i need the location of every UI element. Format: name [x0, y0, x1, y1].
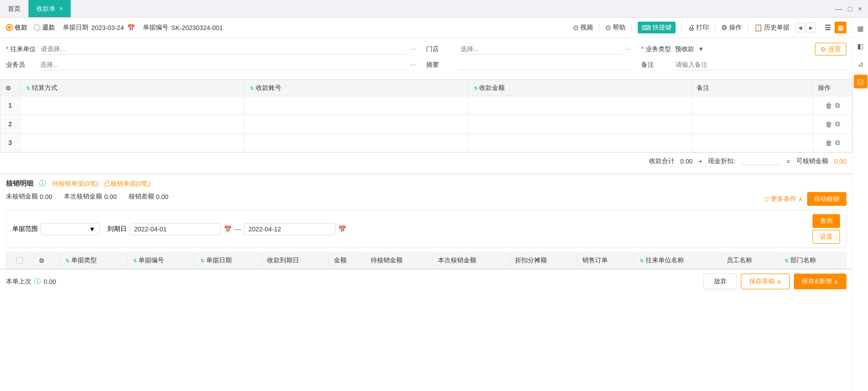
date-from-input[interactable]: [130, 223, 221, 235]
auto-reconcile-btn[interactable]: 自动核销: [807, 192, 846, 206]
sort-doc-date[interactable]: ⇅: [200, 258, 204, 263]
shortcut-btn[interactable]: ⌨ 快捷键: [638, 22, 676, 33]
operation-label: 操作: [729, 23, 742, 32]
store-input[interactable]: [459, 44, 622, 55]
staff-label: 业务员: [6, 60, 35, 69]
sidebar-icon-2[interactable]: ◧: [854, 39, 868, 53]
sort-doc-type[interactable]: ⇅: [65, 258, 69, 263]
sidebar-icon-4[interactable]: ◱: [854, 75, 868, 88]
save-draft-btn[interactable]: 保存草稿 ∧: [741, 274, 790, 289]
date-value[interactable]: 2023-03-24: [91, 24, 124, 31]
receivable-value: 0.00: [834, 158, 846, 165]
th-setting[interactable]: ⚙: [0, 80, 20, 96]
operation-action[interactable]: ⚙ 操作: [721, 23, 742, 32]
tab-home[interactable]: 首页: [0, 0, 28, 17]
th-setting-col[interactable]: ⚙: [33, 252, 59, 269]
partner-more-icon[interactable]: ···: [410, 45, 416, 54]
toolbar: 收款 退款 单据日期 2023-03-24 📅 单据编号 SK-20230324…: [0, 18, 852, 38]
data-table: ⚙ ⇅ 结算方式 ⇅ 收款账号 ⇅ 收款金额 备注: [0, 80, 852, 152]
store-more-icon[interactable]: ···: [625, 45, 631, 54]
done-tab[interactable]: 已核销单据(0笔): [104, 179, 150, 188]
save-new-btn[interactable]: 保存&新增 ∧: [794, 274, 846, 289]
staff-more-icon[interactable]: ···: [410, 60, 416, 69]
setting-btn[interactable]: ⚙ 设置: [815, 43, 846, 56]
summary-input[interactable]: [459, 59, 631, 70]
note-input[interactable]: [674, 59, 846, 70]
sidebar-icon-3[interactable]: ⊿: [854, 57, 868, 71]
query-btn[interactable]: 查询: [813, 214, 840, 228]
row3-copy-icon[interactable]: ⧉: [835, 139, 840, 147]
footer: 本单上次 ⓘ 0.00 放弃 保存草稿 ∧ 保存&新增 ∧: [0, 269, 852, 293]
partner-input[interactable]: [39, 44, 407, 55]
row2-settle[interactable]: [20, 115, 244, 134]
row3-note[interactable]: [691, 134, 813, 152]
row2-action-icons: 🗑 ⧉: [818, 120, 847, 128]
row2-copy-icon[interactable]: ⧉: [835, 120, 840, 128]
range-select[interactable]: ▼: [41, 223, 100, 235]
row3-delete-icon[interactable]: 🗑: [825, 139, 832, 147]
sidebar-icon-1[interactable]: ▦: [854, 22, 868, 35]
select-all-checkbox[interactable]: [16, 257, 23, 264]
current-label: 本次核销金额: [64, 192, 102, 201]
close-icon[interactable]: ×: [856, 4, 864, 14]
tab-active[interactable]: 收款单 ×: [28, 0, 71, 17]
number-value[interactable]: SK-20230324-001: [171, 24, 223, 31]
row1-account[interactable]: [244, 96, 467, 115]
cal-to-icon[interactable]: 📅: [338, 225, 346, 233]
recon-info-icon[interactable]: ⓘ: [39, 179, 46, 188]
nav-prev[interactable]: ◀: [795, 23, 805, 32]
sort-icon[interactable]: ⇅: [26, 85, 30, 91]
discard-btn[interactable]: 放弃: [704, 274, 737, 289]
list-view-icon[interactable]: ☰: [822, 22, 834, 33]
video-action[interactable]: ⊙ 视频: [573, 23, 593, 32]
print-label: 打印: [696, 23, 709, 32]
filter-btn[interactable]: ▽ 更多条件 ∧: [764, 195, 803, 203]
setting-small-btn[interactable]: 设置: [813, 230, 840, 244]
select-all[interactable]: [11, 257, 28, 264]
th-doc-date: ⇅ 单据日期: [194, 252, 262, 269]
cal-from-icon[interactable]: 📅: [224, 225, 232, 233]
discount-label: 现金折扣:: [708, 157, 735, 166]
footer-info-icon[interactable]: ⓘ: [34, 277, 41, 286]
row3-amount[interactable]: [467, 134, 691, 152]
nav-next[interactable]: ▶: [806, 23, 816, 32]
sort-amount-icon[interactable]: ⇅: [474, 85, 478, 91]
radio-receive[interactable]: 收款: [6, 23, 27, 32]
pending-tab[interactable]: 待核销单据(0笔): [52, 179, 98, 188]
sort-partner[interactable]: ⇅: [640, 258, 644, 263]
row3-settle[interactable]: [20, 134, 244, 152]
row2-amount[interactable]: [467, 115, 691, 134]
row1-amount[interactable]: [467, 96, 691, 115]
sort-doc-num[interactable]: ⇅: [133, 258, 137, 263]
row1-note[interactable]: [691, 96, 813, 115]
row1-delete-icon[interactable]: 🗑: [825, 102, 832, 110]
staff-input[interactable]: [38, 59, 407, 70]
tab-active-label: 收款单: [36, 4, 55, 13]
row3-account[interactable]: [244, 134, 467, 152]
minimize-icon[interactable]: —: [833, 4, 844, 14]
discount-input[interactable]: [741, 157, 781, 165]
history-action[interactable]: 📋 历史单据: [754, 23, 789, 32]
save-draft-arrow: ∧: [777, 278, 782, 285]
shortcut-label: 快捷键: [652, 23, 672, 32]
row2-account[interactable]: [244, 115, 467, 134]
row1-copy-icon[interactable]: ⧉: [835, 101, 840, 110]
print-action[interactable]: 🖨 打印: [688, 23, 709, 32]
divider4: [715, 24, 715, 31]
help-action[interactable]: ⊙ 帮助: [605, 23, 625, 32]
maximize-icon[interactable]: □: [846, 4, 854, 14]
tab-close-icon[interactable]: ×: [59, 5, 63, 12]
help-label: 帮助: [613, 23, 625, 32]
row2-note[interactable]: [691, 115, 813, 134]
summary-row: 收款合计 0.00 + 现金折扣: = 可核销金额 0.00: [0, 152, 852, 169]
sort-dept[interactable]: ⇅: [785, 258, 788, 263]
date-to-input[interactable]: [244, 223, 335, 235]
radio-return[interactable]: 退款: [33, 23, 55, 32]
type-dropdown-icon[interactable]: ▼: [698, 46, 704, 53]
row2-delete-icon[interactable]: 🗑: [825, 120, 832, 128]
row1-settle[interactable]: [20, 96, 244, 115]
calendar-icon[interactable]: 📅: [127, 24, 135, 31]
sort-account-icon[interactable]: ⇅: [250, 85, 254, 91]
staff-field: 业务员 ···: [6, 59, 416, 70]
grid-view-icon[interactable]: ▦: [835, 22, 846, 33]
